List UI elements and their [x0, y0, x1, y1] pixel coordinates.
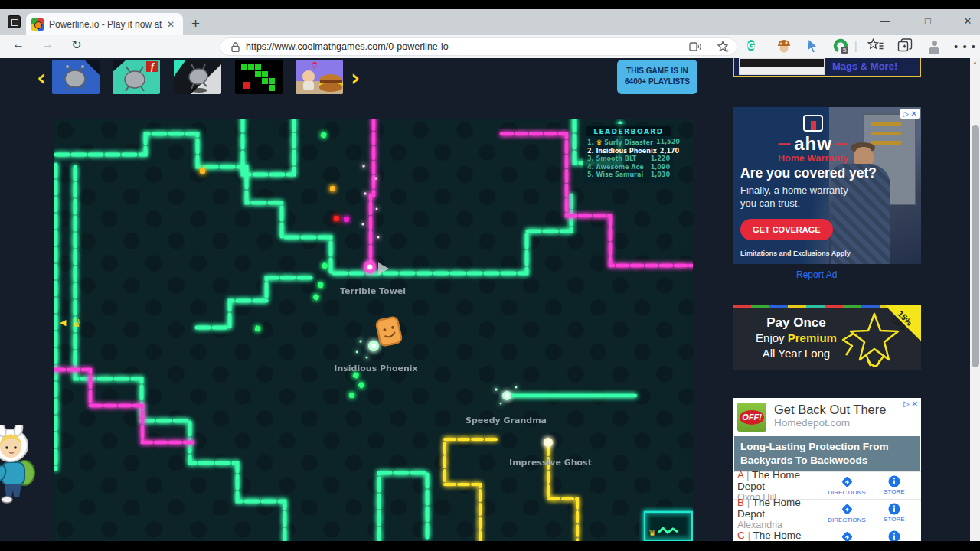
- address-bar[interactable]: [220, 37, 737, 56]
- game-thumbnail-1[interactable]: [52, 60, 100, 94]
- add-favorite-icon[interactable]: [717, 41, 730, 54]
- page-content: ‹ › f: [0, 58, 980, 541]
- get-coverage-button[interactable]: GET COVERAGE: [740, 219, 833, 240]
- read-aloud-icon[interactable]: [689, 41, 703, 53]
- more-menu-icon[interactable]: • • •: [954, 40, 976, 53]
- adchoices-icon[interactable]: ▷: [903, 109, 909, 118]
- cursor-extension-icon[interactable]: [805, 38, 819, 54]
- minimap: ♛: [645, 512, 692, 540]
- ad-close-icon[interactable]: ✕: [911, 109, 917, 118]
- top-promo-banner[interactable]: Mags & More!: [733, 58, 921, 77]
- leaderboard: LEADERBOARD 1. ♛ Surly Disaster11,5202. …: [583, 124, 674, 183]
- promo-photo: [739, 58, 825, 75]
- tab-actions-icon[interactable]: [8, 15, 21, 28]
- ahw-logo: ahw Home Warranty: [763, 115, 863, 164]
- fiona-mascot: [0, 425, 37, 511]
- game-thumbnail-4[interactable]: [235, 60, 283, 94]
- browser-toolbar: ← → ↻ G 5 |: [0, 35, 980, 58]
- premium-banner[interactable]: Pay Once Enjoy Premium All Year Long 15%…: [733, 305, 921, 370]
- window-close-button[interactable]: ✕: [960, 15, 975, 27]
- directions-button[interactable]: DIRECTIONS: [823, 503, 871, 524]
- carousel-right-icon[interactable]: ›: [351, 64, 360, 91]
- offscreen-arrow-icon: ◀: [60, 318, 67, 328]
- extension-badge: 5: [841, 47, 848, 54]
- player-label: Terrible Towel: [340, 286, 406, 296]
- crown-icon: ♛: [596, 139, 602, 146]
- homedepot-store-rows: A | The Home DepotOxon HillDIRECTIONSSTO…: [733, 471, 921, 541]
- ad-controls[interactable]: ▷ ✕: [900, 109, 920, 119]
- mushroom-extension-icon[interactable]: [776, 38, 792, 54]
- homedepot-ad[interactable]: ▷ ✕ OFF! Get Back Out There Homedepot.co…: [733, 398, 921, 541]
- premium-text: Pay Once Enjoy Premium All Year Long: [746, 315, 846, 361]
- player-label: Insidious Phoenix: [334, 364, 417, 373]
- window-bottom-bar: [0, 541, 980, 551]
- ad-controls[interactable]: ▷ ✕: [901, 399, 920, 409]
- forward-icon: →: [38, 37, 57, 51]
- page-scrollbar[interactable]: ▲: [970, 58, 980, 541]
- tab-close-icon[interactable]: ✕: [167, 19, 175, 30]
- leaderboard-title: LEADERBOARD: [586, 126, 671, 136]
- homedepot-ad-header: OFF! Get Back Out There Homedepot.com: [733, 398, 921, 435]
- collections-icon[interactable]: [897, 38, 913, 54]
- ahw-ad[interactable]: ▷ ✕ ahw Home Warranty Are you covered ye…: [733, 107, 921, 264]
- window-top-bar: [0, 0, 980, 9]
- tab-title: Powerline.io - Play it now at Cool: [49, 19, 165, 30]
- ahw-headline: Are you covered yet?: [740, 165, 877, 181]
- game-thumbnail-2[interactable]: f: [113, 60, 160, 94]
- browser-tab[interactable]: Powerline.io - Play it now at Cool ✕: [26, 13, 183, 35]
- url-input[interactable]: [246, 41, 644, 52]
- game-thumbnail-3[interactable]: [174, 60, 221, 94]
- ahw-copy: Finally, a home warranty you can trust.: [740, 184, 848, 210]
- off-logo-icon: OFF!: [737, 403, 766, 432]
- house-icon: [803, 115, 823, 132]
- ahw-disclaimer: Limitations and Exclusions Apply: [740, 249, 851, 257]
- window-minimize-button[interactable]: —: [877, 15, 893, 27]
- scrollbar-up-icon[interactable]: ▲: [970, 60, 980, 65]
- ahw-brand: ahw: [763, 135, 863, 153]
- playlists-badge-line1: THIS GAME IS IN: [617, 66, 697, 77]
- directions-button[interactable]: DIRECTIONS: [823, 530, 871, 542]
- window-maximize-button[interactable]: □: [920, 15, 936, 27]
- player-skin-sprite: [376, 316, 402, 346]
- directions-button[interactable]: DIRECTIONS: [823, 475, 871, 497]
- ad-close-icon[interactable]: ✕: [912, 399, 918, 408]
- leaderboard-row: 5. Wise Samurai1,030: [586, 171, 671, 180]
- favorites-hub-icon[interactable]: [867, 38, 884, 53]
- toolbar-separator: |: [854, 40, 858, 52]
- leaderboard-row: 1. ♛ Surly Disaster11,520: [586, 139, 671, 148]
- store-row[interactable]: C | The Home DepotDIRECTIONSSTORE: [733, 527, 921, 541]
- report-ad-link[interactable]: Report Ad: [796, 269, 837, 280]
- tab-strip: Powerline.io - Play it now at Cool ✕ + —…: [0, 9, 980, 35]
- site-favicon-icon: [31, 18, 44, 31]
- minimap-crown-icon: ♛: [648, 528, 656, 538]
- back-icon[interactable]: ←: [9, 37, 28, 51]
- store-info-button[interactable]: STORE: [871, 503, 918, 523]
- promo-text: Mags & More!: [832, 60, 897, 72]
- homedepot-banner: Long-Lasting Protection From Backyards T…: [734, 436, 920, 471]
- lock-icon: [231, 42, 240, 52]
- homedepot-headline: Get Back Out There: [774, 403, 886, 417]
- green-extension-icon[interactable]: 5: [833, 38, 848, 57]
- new-tab-button[interactable]: +: [191, 15, 200, 32]
- leaderboard-row: 4. Awesome Ace1,090: [586, 164, 671, 172]
- adchoices-icon[interactable]: ▷: [903, 399, 910, 408]
- playlists-badge-line2: 6400+ PLAYLISTS: [617, 77, 697, 87]
- leaderboard-row: 2. Insidious Phoenix2,170: [586, 148, 671, 156]
- grammarly-extension-icon[interactable]: G: [747, 38, 755, 54]
- game-thumbnail-5[interactable]: [296, 60, 343, 94]
- store-row[interactable]: B | The Home DepotAlexandriaDIRECTIONSST…: [733, 499, 921, 527]
- player-label: Speedy Grandma: [466, 416, 547, 425]
- carousel-left-icon[interactable]: ‹: [37, 64, 46, 91]
- store-info-button[interactable]: STORE: [871, 530, 918, 541]
- reload-icon[interactable]: ↻: [67, 37, 86, 52]
- store-info-button[interactable]: STORE: [871, 475, 918, 496]
- homedepot-domain: Homedepot.com: [774, 417, 886, 429]
- store-row[interactable]: A | The Home DepotOxon HillDIRECTIONSSTO…: [733, 471, 921, 499]
- playlists-badge: THIS GAME IS IN 6400+ PLAYLISTS: [617, 60, 697, 94]
- leaderboard-rows: 1. ♛ Surly Disaster11,5202. Insidious Ph…: [586, 139, 671, 180]
- leaderboard-row: 3. Smooth BLT1,220: [586, 155, 671, 164]
- offscreen-crown-icon: ♛: [72, 317, 82, 329]
- game-canvas[interactable]: ◀ ♛ Terrible Towel Insidious Phoenix Spe…: [54, 119, 693, 541]
- scrollbar-thumb[interactable]: [972, 125, 979, 367]
- player-label: Impressive Ghost: [509, 458, 592, 468]
